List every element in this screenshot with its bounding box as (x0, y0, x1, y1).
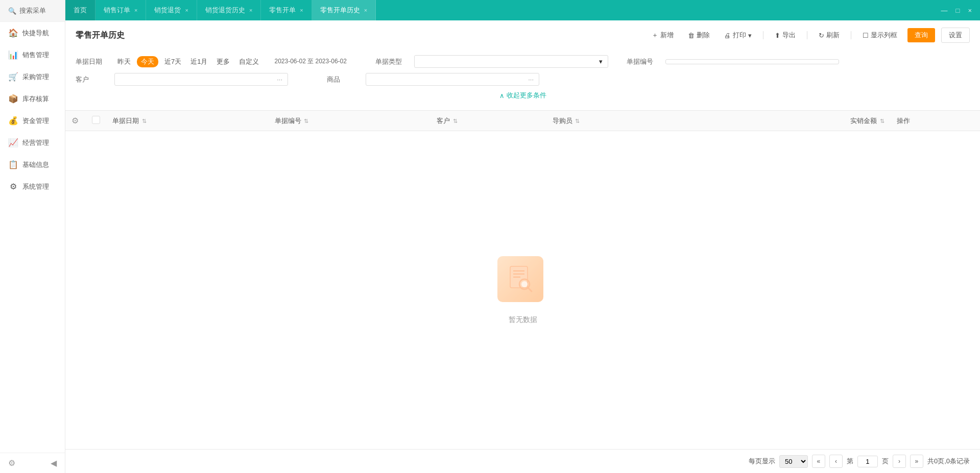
filter-area: 单据日期 昨天 今天 近7天 近1月 更多 自定义 2023-06-02 至 2… (76, 49, 970, 110)
date-opt-yesterday[interactable]: 昨天 (114, 56, 134, 67)
doc-type-select[interactable]: ▾ (414, 55, 608, 68)
col-action-label: 操作 (897, 117, 910, 125)
toolbar-divider (763, 31, 763, 39)
col-date-sort[interactable]: ⇅ (142, 118, 147, 124)
sidebar-search[interactable]: 🔍 搜索采单 (0, 0, 65, 22)
col-date-label: 单据日期 (112, 117, 139, 125)
sidebar-item-label: 采购管理 (22, 72, 49, 82)
customer-input[interactable]: ··· (114, 73, 288, 86)
sidebar-item-label: 库存核算 (22, 94, 49, 104)
date-filter-label: 单据日期 (76, 57, 106, 66)
date-opt-1month[interactable]: 近1月 (187, 56, 210, 67)
settings-button[interactable]: 设置 (941, 28, 970, 43)
first-page-icon: « (817, 458, 821, 465)
tab-retail-open[interactable]: 零售开单 × (261, 0, 312, 20)
collapse-label: 收起更多条件 (507, 91, 546, 100)
col-salesperson: 导购员 ⇅ (546, 111, 685, 131)
sidebar-item-finance[interactable]: 💰 资金管理 (0, 110, 65, 132)
system-icon: ⚙ (8, 182, 18, 191)
sidebar-bottom: ⚙ ◀ (0, 453, 65, 473)
tab-retail-history-label: 零售开单历史 (320, 6, 360, 15)
toolbar: ＋ 新增 🗑 删除 🖨 打印 ▾ ⬆ 导出 (648, 28, 970, 43)
tab-bar: 首页 销售订单 × 销货退货 × 销货退货历史 × 零售开单 × 零售开单历史 … (65, 0, 980, 20)
tab-sales-order-close[interactable]: × (134, 7, 137, 13)
page-number-input[interactable] (857, 456, 878, 467)
query-button[interactable]: 查询 (907, 28, 935, 42)
date-opt-7days[interactable]: 近7天 (161, 56, 184, 67)
data-table: ⚙ 单据日期 ⇅ 单据编号 ⇅ (65, 111, 980, 131)
col-no-label: 单据编号 (275, 117, 301, 125)
display-cols-button[interactable]: ☐ 显示列框 (858, 29, 901, 42)
last-page-btn[interactable]: » (910, 455, 923, 468)
col-salesperson-sort[interactable]: ⇅ (575, 118, 580, 124)
table-settings-icon[interactable]: ⚙ (71, 116, 79, 125)
empty-state: 暂无数据 (65, 131, 980, 449)
collapse-button[interactable]: ∧ 收起更多条件 (499, 91, 546, 104)
doc-no-label: 单据编号 (627, 57, 657, 66)
page-suffix-label: 页 (882, 457, 889, 466)
tab-sales-return-history[interactable]: 销货退货历史 × (197, 0, 261, 20)
tab-retail-open-label: 零售开单 (269, 6, 296, 15)
settings-label: 设置 (949, 31, 962, 40)
delete-icon: 🗑 (688, 32, 695, 39)
doc-no-input[interactable] (665, 59, 839, 64)
delete-button[interactable]: 🗑 删除 (684, 29, 714, 42)
collapse-row: ∧ 收起更多条件 (76, 91, 970, 104)
date-opt-today[interactable]: 今天 (137, 56, 158, 67)
basic-info-icon: 📋 (8, 160, 18, 169)
date-opt-more[interactable]: 更多 (213, 56, 233, 67)
tab-sales-return-close[interactable]: × (185, 7, 188, 13)
sidebar-item-sales-mgmt[interactable]: 📊 销售管理 (0, 44, 65, 66)
col-customer-sort[interactable]: ⇅ (453, 118, 458, 124)
customer-dots: ··· (277, 76, 282, 83)
doc-type-dropdown-icon: ▾ (599, 58, 603, 65)
sidebar-item-quick-nav[interactable]: 🏠 快捷导航 (0, 22, 65, 44)
per-page-select[interactable]: 50 100 200 (779, 455, 808, 468)
operations-icon: 📈 (8, 138, 18, 147)
add-button[interactable]: ＋ 新增 (648, 29, 678, 42)
filter-row-2: 客户 ··· 商品 ··· (76, 73, 970, 86)
next-page-btn[interactable]: › (893, 455, 906, 468)
tab-sales-order[interactable]: 销售订单 × (95, 0, 146, 20)
goods-input[interactable]: ··· (366, 73, 539, 86)
sidebar-item-inventory[interactable]: 📦 库存核算 (0, 88, 65, 110)
sidebar: 🔍 搜索采单 🏠 快捷导航 📊 销售管理 🛒 采购管理 📦 库存核算 💰 资金管… (0, 0, 65, 473)
refresh-label: 刷新 (826, 31, 840, 40)
sidebar-item-basic-info[interactable]: 📋 基础信息 (0, 154, 65, 176)
sidebar-collapse-icon[interactable]: ◀ (51, 458, 57, 468)
col-no-sort[interactable]: ⇅ (304, 118, 308, 124)
empty-icon (497, 256, 548, 307)
goods-label: 商品 (327, 75, 357, 84)
date-range-display: 2023-06-02 至 2023-06-02 (274, 57, 346, 66)
filter-row-1: 单据日期 昨天 今天 近7天 近1月 更多 自定义 2023-06-02 至 2… (76, 55, 970, 68)
last-page-icon: » (915, 458, 919, 465)
window-restore-icon[interactable]: □ (956, 7, 960, 14)
export-button[interactable]: ⬆ 导出 (771, 29, 800, 42)
sidebar-item-label: 基础信息 (22, 160, 49, 169)
prev-page-btn[interactable]: ‹ (829, 455, 843, 468)
customer-label: 客户 (76, 75, 106, 84)
tab-sales-return[interactable]: 销货退货 × (146, 0, 197, 20)
refresh-button[interactable]: ↻ 刷新 (815, 29, 844, 42)
tab-sales-return-history-close[interactable]: × (249, 7, 252, 13)
tab-retail-open-close[interactable]: × (300, 7, 303, 13)
filter-date-options: 昨天 今天 近7天 近1月 更多 自定义 (114, 56, 262, 67)
sidebar-item-purchase-mgmt[interactable]: 🛒 采购管理 (0, 66, 65, 88)
tab-sales-order-label: 销售订单 (104, 6, 130, 15)
tab-retail-history[interactable]: 零售开单历史 × (312, 0, 376, 20)
window-minimize-icon[interactable]: — (941, 7, 948, 14)
window-close-icon[interactable]: × (968, 7, 972, 14)
first-page-btn[interactable]: « (812, 455, 825, 468)
sidebar-settings-icon[interactable]: ⚙ (8, 458, 15, 468)
sidebar-item-operations[interactable]: 📈 经营管理 (0, 132, 65, 154)
print-button[interactable]: 🖨 打印 ▾ (720, 29, 756, 42)
sidebar-item-system[interactable]: ⚙ 系统管理 (0, 176, 65, 197)
date-opt-custom[interactable]: 自定义 (236, 56, 262, 67)
tab-retail-history-close[interactable]: × (364, 7, 367, 13)
select-all-checkbox[interactable] (92, 116, 100, 124)
delete-label: 删除 (697, 31, 710, 40)
col-amount-sort[interactable]: ⇅ (880, 118, 885, 124)
tab-home[interactable]: 首页 (65, 0, 95, 20)
pagination-bar: 每页显示 50 100 200 « ‹ 第 页 › » 共0页,0条记录 (65, 449, 980, 473)
sidebar-item-label: 系统管理 (22, 182, 49, 191)
